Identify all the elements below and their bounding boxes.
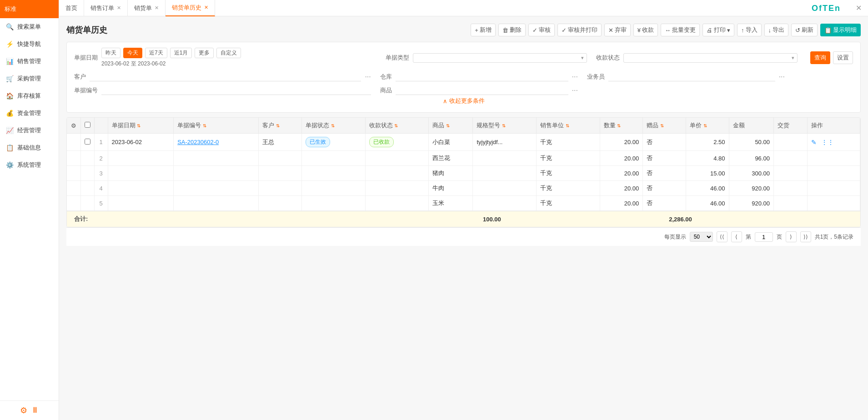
import-button[interactable]: ↑ 导入 — [737, 24, 762, 36]
sidebar-item-label: 经营管理 — [17, 126, 41, 135]
docnum-header[interactable]: 单据编号 ⇅ — [174, 118, 259, 134]
pay-status-select[interactable]: ▾ — [623, 53, 798, 63]
row-more-icon[interactable]: ⋮⋮ — [821, 139, 834, 146]
settings-button[interactable]: 设置 — [833, 51, 853, 64]
tab-home-label: 首页 — [65, 4, 77, 12]
date-custom-btn[interactable]: 自定义 — [216, 48, 241, 58]
sidebar-item-search-menu[interactable]: 🔍 搜索菜单 — [0, 18, 59, 35]
tab-sales-goods[interactable]: 销货单 ✕ — [128, 0, 166, 16]
sidebar-item-inventory[interactable]: 🏠 库存核算 — [0, 87, 59, 105]
print-button[interactable]: 🖨 打印 ▾ — [702, 24, 734, 36]
row-checkbox-cell[interactable] — [80, 151, 94, 166]
operations-icon: 📈 — [5, 126, 14, 135]
delete-button[interactable]: 🗑 删除 — [498, 24, 526, 36]
refresh-button[interactable]: ↺ 刷新 — [791, 24, 818, 36]
per-page-select[interactable]: 50 100 200 — [690, 232, 713, 242]
audit-button[interactable]: ✓ 审核 — [528, 24, 555, 36]
tab-sales-goods-close[interactable]: ✕ — [155, 5, 159, 11]
row-checkbox-cell[interactable] — [80, 181, 94, 196]
tab-sales-order-close[interactable]: ✕ — [117, 5, 121, 11]
date-7days-btn[interactable]: 近7天 — [145, 48, 167, 58]
date-today-btn[interactable]: 今天 — [123, 48, 142, 58]
sidebar-item-sys-mgmt[interactable]: ⚙️ 系统管理 — [0, 156, 59, 174]
doc-num-link[interactable]: SA-20230602-0 — [177, 139, 219, 145]
print-icon: 🖨 — [707, 27, 712, 34]
per-page-label: 每页显示 — [664, 233, 686, 241]
next-page-btn[interactable]: ⟩ — [786, 231, 797, 242]
row-price: 15.00 — [686, 166, 729, 181]
total-qty: 100.00 — [410, 216, 501, 223]
sidebar-item-base-info[interactable]: 📋 基础信息 — [0, 139, 59, 156]
row-qty: 20.00 — [600, 151, 643, 166]
tab-bar: 首页 销售订单 ✕ 销货单 ✕ 销货单历史 ✕ OfTEn ✕ — [59, 0, 868, 16]
show-detail-button[interactable]: 📋 显示明细 — [820, 24, 861, 36]
staff-dots-btn[interactable]: ··· — [779, 73, 785, 80]
row-gift: 否 — [643, 166, 686, 181]
sidebar-settings-btn[interactable]: ⚙ — [20, 405, 27, 415]
date-more-btn[interactable]: 更多 — [195, 48, 214, 58]
gear-header[interactable]: ⚙ — [67, 118, 80, 134]
docstatus-sort-icon: ⇅ — [331, 123, 335, 128]
tab-home[interactable]: 首页 — [59, 0, 84, 16]
warehouse-dots-btn[interactable]: ··· — [572, 73, 578, 80]
query-button[interactable]: 查询 — [810, 51, 830, 64]
export-button[interactable]: ↓ 导出 — [764, 24, 789, 36]
row-transaction — [773, 134, 807, 151]
sidebar-pause-btn[interactable]: ⏸ — [31, 405, 39, 415]
tab-bar-close-btn[interactable]: ✕ — [849, 4, 868, 12]
collapse-btn[interactable]: ∧ 收起更多条件 — [74, 95, 853, 107]
tab-sales-history-close[interactable]: ✕ — [204, 5, 208, 10]
goods-header[interactable]: 商品 ⇅ — [429, 118, 473, 134]
page-number-input[interactable] — [755, 232, 773, 242]
row-checkbox[interactable] — [85, 139, 90, 145]
row-checkbox-cell[interactable] — [80, 134, 94, 151]
price-header-label: 单价 — [690, 122, 702, 129]
unit-header[interactable]: 销售单位 ⇅ — [537, 118, 600, 134]
first-page-btn[interactable]: ⟨⟨ — [717, 231, 728, 242]
sidebar-item-quick-nav[interactable]: ⚡ 快捷导航 — [0, 35, 59, 53]
paystatus-header[interactable]: 收款状态 ⇅ — [365, 118, 429, 134]
row-checkbox-cell[interactable] — [80, 196, 94, 211]
checkbox-header[interactable] — [80, 118, 94, 134]
docstatus-header[interactable]: 单据状态 ⇅ — [302, 118, 366, 134]
goods-dots-btn[interactable]: ··· — [572, 87, 578, 94]
row-docnum[interactable]: SA-20230602-0 — [174, 134, 259, 151]
warehouse-input[interactable] — [396, 72, 568, 81]
staff-input[interactable] — [608, 72, 775, 81]
add-button[interactable]: + 新增 — [471, 24, 496, 36]
select-all-checkbox[interactable] — [85, 122, 90, 128]
batch-change-label: 批量变更 — [672, 26, 696, 34]
customer-input[interactable] — [90, 72, 361, 81]
filter-row-2: 客户 ··· 仓库 ··· 业务员 ··· — [74, 72, 853, 81]
audit-print-button[interactable]: ✓ 审核并打印 — [557, 24, 602, 36]
qty-header-label: 数量 — [604, 122, 616, 129]
gift-header[interactable]: 赠品 ⇅ — [643, 118, 686, 134]
row-paystatus: 已收款 — [365, 134, 429, 151]
row-price: 4.80 — [686, 151, 729, 166]
prev-page-btn[interactable]: ⟨ — [731, 231, 742, 242]
qty-header[interactable]: 数量 ⇅ — [600, 118, 643, 134]
price-header[interactable]: 单价 ⇅ — [686, 118, 729, 134]
date-yesterday-btn[interactable]: 昨天 — [101, 48, 120, 58]
batch-change-button[interactable]: ↔ 批量变更 — [661, 24, 700, 36]
goods-input[interactable] — [396, 86, 568, 95]
abandon-button[interactable]: ✕ 弃审 — [604, 24, 631, 36]
doc-type-select[interactable]: ▾ — [413, 53, 587, 63]
sidebar-item-sales-mgmt[interactable]: 📊 销售管理 — [0, 53, 59, 70]
date-1month-btn[interactable]: 近1月 — [170, 48, 192, 58]
row-spec — [473, 181, 537, 196]
date-header[interactable]: 单据日期 ⇅ — [108, 118, 174, 134]
sidebar-item-purchase-mgmt[interactable]: 🛒 采购管理 — [0, 70, 59, 87]
doc-num-input[interactable] — [101, 86, 371, 95]
spec-header[interactable]: 规格型号 ⇅ — [473, 118, 537, 134]
row-edit-icon[interactable]: ✎ — [811, 139, 817, 146]
customer-header[interactable]: 客户 ⇅ — [259, 118, 302, 134]
customer-dots-btn[interactable]: ··· — [365, 73, 371, 80]
collect-button[interactable]: ¥ 收款 — [633, 24, 658, 36]
row-checkbox-cell[interactable] — [80, 166, 94, 181]
sidebar-item-finance[interactable]: 💰 资金管理 — [0, 105, 59, 122]
tab-sales-order[interactable]: 销售订单 ✕ — [84, 0, 128, 16]
tab-sales-history[interactable]: 销货单历史 ✕ — [166, 0, 215, 16]
last-page-btn[interactable]: ⟩⟩ — [800, 231, 811, 242]
sidebar-item-operations[interactable]: 📈 经营管理 — [0, 122, 59, 139]
